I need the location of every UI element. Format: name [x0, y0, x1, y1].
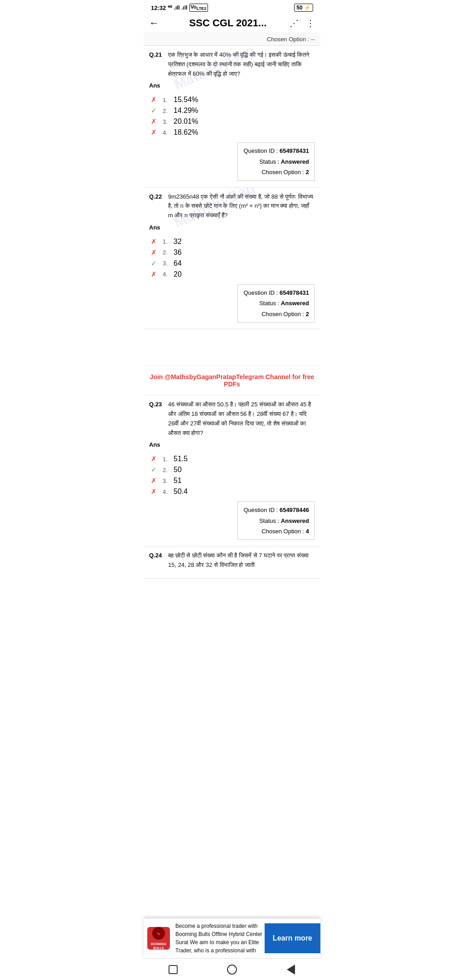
telegram-promo: Join @MathsbyGaganPratapTelegram Channel…	[144, 366, 320, 395]
q23-question-id: Question ID : 654978446	[243, 505, 309, 515]
option-q21-1: ✗ 1. 15.54%	[151, 94, 315, 105]
option-text: 20.01%	[174, 117, 198, 126]
option-text: 18.62%	[174, 128, 198, 137]
option-num: 4.	[163, 129, 170, 136]
option-text: 36	[174, 249, 182, 257]
option-q22-2: ✗ 2. 36	[151, 247, 315, 258]
signal-icons: ⁴⁶ .ıll .ıll	[168, 5, 187, 11]
status-bar: 12:32 ⁴⁶ .ıll .ıll VoLTE2 50 ⚡	[144, 0, 320, 14]
wrong-icon: ✗	[151, 270, 159, 278]
spacer-block-2	[144, 347, 320, 366]
q24-text: बह छोटी से छोटी संख्या कौन सी है जिसमें …	[168, 551, 315, 570]
wrong-icon: ✗	[151, 128, 159, 137]
q23-text: 46 संख्याओं का औसत 50.5 है। पहली 25 संख्…	[168, 400, 315, 438]
status-right: 50 ⚡	[294, 4, 313, 12]
time: 12:32	[151, 5, 166, 11]
option-text: 20	[174, 270, 182, 278]
q22-text: 9m2365n48 एक ऐसी नौ अंकों की संख्या है, …	[168, 192, 315, 220]
menu-icon[interactable]: ⋮	[306, 18, 315, 29]
q21-text: एक त्रिभुज के आधार में 40% की वृद्धि की …	[168, 50, 315, 78]
ans-label-q23: Ans	[149, 441, 160, 448]
q21-status: Status : Answered	[243, 156, 309, 167]
correct-icon: ✓	[151, 259, 159, 268]
question-block-q24: Q.24 बह छोटी से छोटी संख्या कौन सी है जि…	[144, 546, 320, 579]
option-text: 50	[174, 466, 182, 474]
battery-indicator: 50 ⚡	[294, 4, 313, 12]
q21-question-id: Question ID : 654978431	[243, 146, 309, 156]
wrong-icon: ✗	[151, 455, 159, 463]
content-area: Chosen Option : -- MathsbyGag Q.21 एक त्…	[144, 33, 320, 638]
q23-number: Q.23	[149, 400, 165, 438]
q23-info-box: Question ID : 654978446 Status : Answere…	[237, 502, 315, 540]
options-q21: ✗ 1. 15.54% ✓ 2. 14.29% ✗ 3. 20.01% ✗ 4.…	[149, 94, 315, 138]
question-header-q24: Q.24 बह छोटी से छोटी संख्या कौन सी है जि…	[149, 551, 315, 570]
top-icons: ⋰ ⋮	[290, 18, 315, 29]
option-text: 15.54%	[174, 96, 198, 104]
option-num: 1.	[163, 456, 170, 463]
page-title: SSC CGL 2021...	[166, 17, 290, 29]
option-q21-3: ✗ 3. 20.01%	[151, 116, 315, 127]
back-button[interactable]: ←	[149, 17, 159, 29]
option-q23-1: ✗ 1. 51.5	[151, 453, 315, 464]
q22-info-box: Question ID : 654978431 Status : Answere…	[237, 284, 315, 322]
option-num: 1.	[163, 238, 170, 245]
question-header-q23: Q.23 46 संख्याओं का औसत 50.5 है। पहली 25…	[149, 400, 315, 438]
ans-label-q22: Ans	[149, 224, 160, 231]
question-block-q22: MathsbyGag Q.22 9m2365n48 एक ऐसी नौ अंको…	[144, 188, 320, 330]
options-q23: ✗ 1. 51.5 ✓ 2. 50 ✗ 3. 51 ✗ 4. 50.4	[149, 453, 315, 497]
wrong-icon: ✗	[151, 96, 159, 104]
q22-question-id: Question ID : 654978431	[243, 288, 309, 298]
option-q22-4: ✗ 4. 20	[151, 269, 315, 280]
wrong-icon: ✗	[151, 238, 159, 246]
wrong-icon: ✗	[151, 477, 159, 485]
option-q21-2: ✓ 2. 14.29%	[151, 105, 315, 116]
spacer-block	[144, 329, 320, 347]
option-num: 2.	[163, 467, 170, 473]
q22-number: Q.22	[149, 192, 165, 220]
option-num: 3.	[163, 118, 170, 125]
option-q21-4: ✗ 4. 18.62%	[151, 127, 315, 138]
option-text: 50.4	[174, 488, 188, 496]
bottom-padding	[144, 579, 320, 638]
share-icon[interactable]: ⋰	[290, 18, 299, 29]
option-num: 4.	[163, 271, 170, 278]
option-text: 32	[174, 238, 182, 246]
question-block-q21: MathsbyGag Q.21 एक त्रिभुज के आधार में 4…	[144, 46, 320, 188]
option-text: 51	[174, 477, 182, 485]
q24-number: Q.24	[149, 551, 165, 570]
correct-icon: ✓	[151, 107, 159, 115]
wrong-icon: ✗	[151, 488, 159, 496]
q23-chosen-option: Chosen Option : 4	[243, 526, 309, 536]
wrong-icon: ✗	[151, 249, 159, 257]
q21-chosen-option: Chosen Option : 2	[243, 167, 309, 177]
q21-info-box: Question ID : 654978431 Status : Answere…	[237, 142, 315, 180]
option-q23-2: ✓ 2. 50	[151, 464, 315, 475]
status-left: 12:32 ⁴⁶ .ıll .ıll VoLTE2	[151, 4, 208, 11]
option-num: 4.	[163, 488, 170, 495]
option-num: 2.	[163, 107, 170, 114]
q21-number: Q.21	[149, 50, 165, 78]
option-num: 1.	[163, 97, 170, 103]
option-q23-3: ✗ 3. 51	[151, 475, 315, 486]
option-q23-4: ✗ 4. 50.4	[151, 486, 315, 497]
option-num: 2.	[163, 249, 170, 256]
question-header-q21: Q.21 एक त्रिभुज के आधार में 40% की वृद्ध…	[149, 50, 315, 78]
option-text: 14.29%	[174, 107, 198, 115]
options-q22: ✗ 1. 32 ✗ 2. 36 ✓ 3. 64 ✗ 4. 20	[149, 236, 315, 280]
question-header-q22: Q.22 9m2365n48 एक ऐसी नौ अंकों की संख्या…	[149, 192, 315, 220]
option-q22-3: ✓ 3. 64	[151, 258, 315, 269]
option-num: 3.	[163, 478, 170, 484]
lte-label: VoLTE2	[189, 4, 208, 11]
option-text: 64	[174, 259, 182, 268]
question-block-q23: Q.23 46 संख्याओं का औसत 50.5 है। पहली 25…	[144, 395, 320, 546]
chosen-bar-partial: Chosen Option : --	[144, 33, 320, 46]
wrong-icon: ✗	[151, 117, 159, 126]
q22-chosen-option: Chosen Option : 2	[243, 309, 309, 319]
top-bar: ← SSC CGL 2021... ⋰ ⋮	[144, 14, 320, 33]
correct-icon: ✓	[151, 466, 159, 474]
option-text: 51.5	[174, 455, 188, 463]
q23-status: Status : Answered	[243, 516, 309, 526]
option-q22-1: ✗ 1. 32	[151, 236, 315, 247]
ans-label-q21: Ans	[149, 82, 160, 89]
q22-status: Status : Answered	[243, 298, 309, 308]
